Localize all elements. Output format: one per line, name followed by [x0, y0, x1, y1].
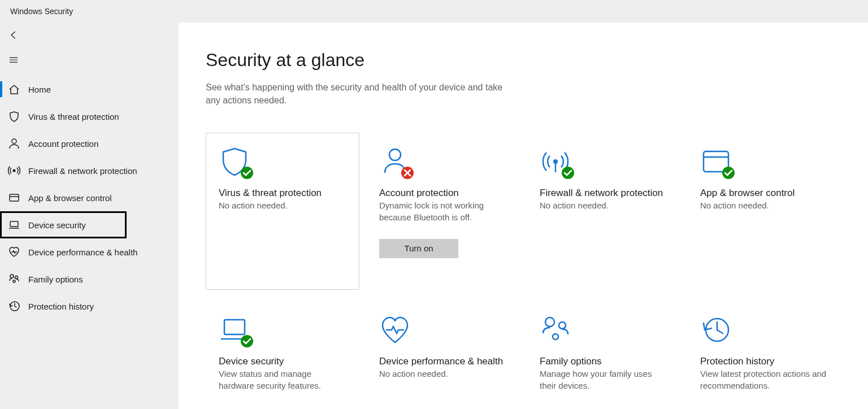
- sidebar-item-device[interactable]: Device security: [0, 211, 127, 238]
- tile-title: Protection history: [700, 356, 828, 367]
- tile-icon-wrap: [540, 314, 571, 346]
- sidebar-item-appbrowser[interactable]: App & browser control: [0, 184, 179, 211]
- tile-account[interactable]: Account protection Dynamic lock is not w…: [366, 133, 520, 290]
- status-error-icon: [401, 166, 414, 180]
- tile-text: Dynamic lock is not working because Blue…: [379, 200, 507, 223]
- sidebar-nav: Home Virus & threat protection Account p…: [0, 76, 179, 320]
- tile-text: No action needed.: [700, 200, 828, 211]
- sidebar-item-label: Virus & threat protection: [28, 112, 119, 121]
- tile-icon-wrap: [700, 314, 732, 346]
- page-title: Security at a glance: [206, 50, 841, 71]
- tile-text: View status and manage hardware security…: [219, 368, 346, 391]
- tile-icon-wrap: [219, 314, 250, 346]
- tile-text: Manage how your family uses their device…: [540, 368, 667, 391]
- tile-appbrowser[interactable]: App & browser control No action needed.: [687, 133, 841, 290]
- laptop-icon: [8, 219, 20, 231]
- sidebar-item-label: Home: [28, 85, 51, 94]
- sidebar-item-firewall[interactable]: Firewall & network protection: [0, 157, 179, 184]
- sidebar-item-history[interactable]: Protection history: [0, 293, 179, 320]
- sidebar: Home Virus & threat protection Account p…: [0, 23, 179, 409]
- tile-title: Family options: [540, 356, 667, 367]
- heart-icon: [8, 246, 20, 258]
- sidebar-item-home[interactable]: Home: [0, 76, 179, 103]
- tile-family[interactable]: Family options Manage how your family us…: [527, 301, 680, 402]
- tile-title: Firewall & network protection: [540, 188, 667, 199]
- page-subtitle: See what's happening with the security a…: [206, 81, 511, 107]
- main-content: Security at a glance See what's happenin…: [179, 23, 868, 409]
- status-ok-icon: [240, 166, 254, 180]
- sidebar-item-label: Firewall & network protection: [28, 166, 137, 176]
- tile-perf[interactable]: Device performance & health No action ne…: [366, 301, 520, 402]
- family-icon: [540, 314, 571, 346]
- status-ok-icon: [561, 166, 575, 180]
- window-icon: [8, 192, 20, 204]
- sidebar-item-perf[interactable]: Device performance & health: [0, 238, 179, 266]
- sidebar-item-account[interactable]: Account protection: [0, 130, 179, 157]
- window-title: Windows Security: [10, 7, 73, 16]
- history-icon: [700, 314, 732, 346]
- tile-history[interactable]: Protection history View latest protectio…: [687, 301, 841, 402]
- menu-button[interactable]: [0, 47, 27, 72]
- sidebar-item-family[interactable]: Family options: [0, 266, 179, 293]
- back-button[interactable]: [0, 23, 27, 47]
- tile-virus[interactable]: Virus & threat protection No action need…: [206, 133, 359, 290]
- person-icon: [8, 137, 20, 150]
- tile-text: No action needed.: [379, 368, 507, 380]
- sidebar-item-label: Account protection: [28, 139, 98, 149]
- tile-title: Device security: [219, 356, 346, 367]
- tile-icon-wrap: [219, 146, 250, 177]
- status-ok-icon: [240, 334, 254, 348]
- tile-device[interactable]: Device security View status and manage h…: [206, 301, 359, 402]
- tile-icon-wrap: [540, 146, 571, 177]
- sidebar-item-virus[interactable]: Virus & threat protection: [0, 103, 179, 130]
- tile-icon-wrap: [379, 314, 411, 346]
- status-ok-icon: [722, 166, 735, 180]
- tile-text: View latest protection actions and recom…: [700, 368, 828, 391]
- window-titlebar: Windows Security: [0, 0, 868, 23]
- tile-text: No action needed.: [219, 200, 346, 211]
- history-icon: [8, 300, 20, 312]
- home-icon: [8, 83, 20, 95]
- tile-title: App & browser control: [700, 188, 828, 199]
- sidebar-item-label: Device security: [28, 220, 86, 230]
- tiles-grid: Virus & threat protection No action need…: [206, 133, 841, 402]
- tile-icon-wrap: [379, 146, 411, 177]
- tile-title: Device performance & health: [379, 356, 507, 367]
- sidebar-item-label: App & browser control: [28, 193, 112, 203]
- heart-icon: [379, 314, 411, 346]
- tile-firewall[interactable]: Firewall & network protection No action …: [527, 133, 680, 290]
- back-icon: [8, 30, 19, 40]
- shield-icon: [8, 110, 20, 123]
- tile-text: No action needed.: [540, 200, 667, 211]
- sidebar-item-label: Protection history: [28, 302, 94, 311]
- menu-icon: [8, 55, 19, 65]
- sidebar-item-label: Family options: [28, 275, 83, 284]
- sidebar-item-label: Device performance & health: [28, 247, 137, 257]
- tile-title: Virus & threat protection: [219, 188, 346, 199]
- tile-title: Account protection: [379, 188, 507, 199]
- radio-icon: [8, 164, 20, 177]
- tile-icon-wrap: [700, 146, 732, 177]
- turn-on-button[interactable]: Turn on: [379, 239, 458, 258]
- family-icon: [8, 273, 20, 285]
